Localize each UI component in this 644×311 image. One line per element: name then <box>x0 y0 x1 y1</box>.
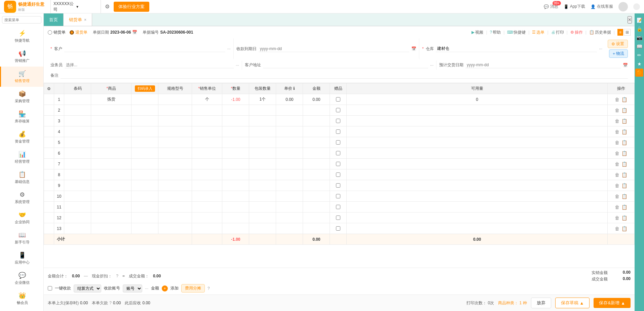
sidebar-item-guide[interactable]: 📖 新手引导 <box>0 228 43 248</box>
sidebar-item-app-center[interactable]: 📱 应用中心 <box>0 248 43 268</box>
right-panel-orange-button[interactable]: 🟠 <box>635 69 643 77</box>
delete-row-icon[interactable]: 🗑 <box>615 140 619 145</box>
account-picker-icon[interactable]: ··· <box>145 286 148 291</box>
company-settings-button[interactable]: ⚙ <box>104 2 111 11</box>
td-spec[interactable] <box>158 94 192 105</box>
tab-sales-order[interactable]: 销货单 × <box>64 13 92 26</box>
discount-help-icon[interactable]: ? <box>116 274 118 278</box>
delete-row-icon[interactable]: 🗑 <box>615 118 619 124</box>
sidebar-item-basic-info[interactable]: 📋 基础信息 <box>0 167 43 188</box>
save-draft-button[interactable]: 保存草稿 ▲ <box>555 298 590 308</box>
copy-row-icon[interactable]: 📋 <box>621 151 627 156</box>
sidebar-item-inventory[interactable]: 🏪 库存核算 <box>0 107 43 127</box>
customer-input[interactable] <box>64 46 225 52</box>
delete-row-icon[interactable]: 🗑 <box>615 215 619 221</box>
one-click-payment-checkbox[interactable] <box>48 286 52 290</box>
logistics-button[interactable]: + 物流 <box>609 49 628 58</box>
right-panel-book-button[interactable]: 📖 <box>635 42 643 50</box>
return-order-radio[interactable]: 退货单 <box>70 30 87 35</box>
delete-row-icon[interactable]: 🗑 <box>615 129 619 134</box>
salesperson-picker-icon[interactable]: ··· <box>236 63 239 68</box>
menu-link[interactable]: ☰ 选单 <box>532 30 544 35</box>
right-panel-photo-button[interactable]: 📷 <box>635 34 643 42</box>
help-link[interactable]: ? 帮助 <box>490 30 501 35</box>
delete-row-icon[interactable]: 🗑 <box>615 151 619 156</box>
operation-link[interactable]: ⚙ 操作 <box>570 30 583 35</box>
online-service-link[interactable]: 👤 在线客服 <box>591 4 613 9</box>
delete-row-icon[interactable]: 🗑 <box>615 226 619 231</box>
sidebar-item-purchase[interactable]: 📦 采购管理 <box>0 87 43 107</box>
list-view-button[interactable]: ≡ <box>617 29 623 36</box>
copy-row-icon[interactable]: 📋 <box>621 129 627 134</box>
delete-row-icon[interactable]: 🗑 <box>615 194 619 199</box>
sidebar-item-finance[interactable]: 💰 资金管理 <box>0 127 43 147</box>
tab-close-button[interactable]: × <box>84 17 86 22</box>
expense-split-button[interactable]: 费用分摊 <box>181 284 205 293</box>
copy-row-icon[interactable]: 📋 <box>621 215 627 221</box>
copy-row-icon[interactable]: 📋 <box>621 194 627 199</box>
sidebar-item-quick-nav[interactable]: ⚡ 快捷导航 <box>0 26 43 46</box>
payment-date-input[interactable] <box>259 46 410 52</box>
user-avatar[interactable] <box>618 2 628 11</box>
delete-row-icon[interactable]: 🗑 <box>615 108 619 113</box>
product-kind-value[interactable]: 1 <box>520 301 522 305</box>
copy-row-icon[interactable]: 📋 <box>621 226 627 231</box>
trial-button[interactable]: 体验行业方案 <box>114 2 149 12</box>
sidebar-item-membership[interactable]: 👑 畅会员 <box>0 288 43 309</box>
tab-home[interactable]: 首页 <box>44 13 64 26</box>
sidebar-item-system[interactable]: ⚙ 系统管理 <box>0 188 43 208</box>
document-settings-button[interactable]: ⚙ 设置 <box>608 40 628 48</box>
right-panel-note-button[interactable]: 📝 <box>635 16 643 24</box>
right-panel-star-button[interactable]: ★ <box>635 60 643 68</box>
copy-row-icon[interactable]: 📋 <box>621 140 627 145</box>
close-all-button[interactable]: × <box>628 16 632 24</box>
copy-row-icon[interactable]: 📋 <box>621 183 627 188</box>
delete-row-icon[interactable]: 🗑 <box>615 97 619 102</box>
grid-view-button[interactable]: ⊞ <box>624 29 631 36</box>
scan-input-button[interactable]: 扫码录入 <box>135 85 155 92</box>
warehouse-picker-icon[interactable]: ··· <box>599 46 602 51</box>
delete-row-icon[interactable]: 🗑 <box>615 183 619 188</box>
app-download-link[interactable]: 📱 App下载 <box>564 4 585 9</box>
warehouse-input[interactable] <box>436 46 597 52</box>
address-picker-icon[interactable]: ··· <box>430 63 433 68</box>
company-selector[interactable]: XXXXXX公司 ▾ <box>50 0 101 14</box>
expense-help-icon[interactable]: ? <box>207 286 210 291</box>
salesperson-input[interactable] <box>65 62 234 68</box>
payment-date-calendar-icon[interactable]: 📅 <box>411 46 416 51</box>
sidebar-search-input[interactable] <box>2 16 41 24</box>
copy-row-icon[interactable]: 📋 <box>621 172 627 178</box>
copy-row-icon[interactable]: 📋 <box>621 108 627 113</box>
overdue-help-icon[interactable]: ? <box>109 301 112 305</box>
sales-order-radio[interactable]: 销货单 <box>48 30 66 35</box>
message-button[interactable]: 💬 消息 99+ <box>544 4 558 9</box>
copy-row-icon[interactable]: 📋 <box>621 118 627 124</box>
settlement-method-select[interactable]: 结算方式 <box>74 284 101 293</box>
copy-row-icon[interactable]: 📋 <box>621 161 627 167</box>
sidebar-item-enterprise[interactable]: 🤝 企业协同 <box>0 208 43 228</box>
expected-delivery-input[interactable] <box>465 62 621 68</box>
date-calendar-icon[interactable]: 📅 <box>132 30 137 35</box>
save-new-button[interactable]: 保存&新增 ▲ <box>594 298 631 308</box>
sidebar-item-marketing[interactable]: 📢 营销推广 <box>0 46 43 67</box>
delete-row-icon[interactable]: 🗑 <box>615 161 619 167</box>
delivery-date-calendar-icon[interactable]: 📅 <box>623 63 628 68</box>
video-link[interactable]: ▶ 视频 <box>471 30 483 35</box>
delete-row-icon[interactable]: 🗑 <box>615 204 619 210</box>
right-panel-lock-button[interactable]: 🔒 <box>635 25 643 33</box>
customer-address-input[interactable] <box>263 62 428 68</box>
sidebar-item-management[interactable]: 📊 经营管理 <box>0 147 43 167</box>
td-barcode[interactable] <box>64 94 91 105</box>
sidebar-item-wechat[interactable]: 💬 企业微信 <box>0 268 43 288</box>
add-payment-button[interactable]: + <box>162 285 168 291</box>
notes-input[interactable] <box>61 72 628 79</box>
delete-row-icon[interactable]: 🗑 <box>615 172 619 178</box>
copy-row-icon[interactable]: 📋 <box>621 97 627 102</box>
sidebar-item-sales[interactable]: 🛒 销售管理 <box>0 67 43 87</box>
account-select[interactable]: 账号 <box>123 284 142 293</box>
print-link[interactable]: 🖨 打印 <box>551 30 564 35</box>
abandon-button[interactable]: 放弃 <box>531 298 551 308</box>
copy-row-icon[interactable]: 📋 <box>621 204 627 210</box>
customer-picker-icon[interactable]: ··· <box>227 46 231 51</box>
right-panel-edit-button[interactable]: ✏ <box>635 51 643 59</box>
